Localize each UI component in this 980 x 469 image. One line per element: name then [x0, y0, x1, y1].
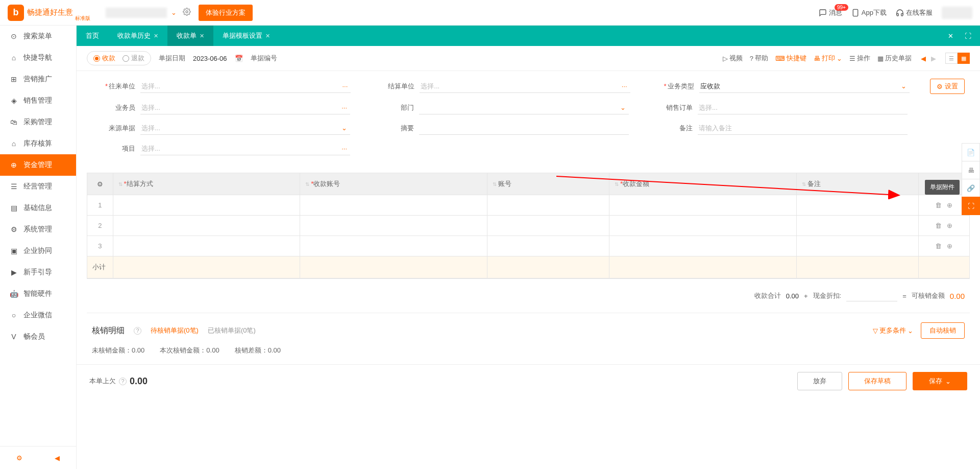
- sidebar-item-system[interactable]: ⚙系统管理: [0, 219, 76, 240]
- dock-expand-icon[interactable]: ⛶: [962, 197, 980, 215]
- tab-receipt-history[interactable]: 收款单历史✕: [108, 26, 167, 46]
- info-icon[interactable]: ?: [134, 327, 141, 335]
- sidebar-item-inventory[interactable]: ⌂库存核算: [0, 133, 76, 154]
- more-icon[interactable]: ···: [339, 145, 349, 152]
- more-icon[interactable]: ···: [340, 82, 350, 90]
- sidebar-item-hardware[interactable]: 🤖智能硬件: [0, 283, 76, 304]
- chevron-down-icon: ⌄: [837, 55, 842, 62]
- project-input[interactable]: [141, 145, 339, 152]
- close-icon[interactable]: ✕: [200, 33, 204, 39]
- chevron-down-icon[interactable]: ⌄: [339, 124, 349, 132]
- sort-icon[interactable]: ⇅: [305, 181, 309, 187]
- help-link[interactable]: ?帮助: [750, 54, 768, 63]
- tab-pending-writeoff[interactable]: 待核销单据(0笔): [151, 326, 199, 335]
- org-settings-icon[interactable]: [183, 8, 191, 17]
- field-summary: 摘要: [371, 122, 629, 135]
- fullscreen-icon[interactable]: ⛶: [961, 29, 975, 43]
- abandon-button[interactable]: 放弃: [797, 372, 842, 390]
- dock-attachment-icon[interactable]: 🔗: [962, 179, 980, 197]
- settle-unit-input[interactable]: [421, 82, 619, 90]
- chevron-down-icon[interactable]: ⌄: [618, 104, 628, 111]
- more-icon[interactable]: ···: [339, 104, 349, 111]
- next-doc-icon[interactable]: ▶: [929, 55, 938, 62]
- sort-icon[interactable]: ⇅: [615, 181, 619, 187]
- shortcut-link[interactable]: ⌨快捷键: [775, 54, 806, 63]
- tab-template[interactable]: 单据模板设置✕: [213, 26, 279, 46]
- org-name-blurred: [106, 8, 167, 18]
- close-all-tabs-icon[interactable]: ✕: [943, 29, 958, 43]
- close-icon[interactable]: ✕: [154, 33, 158, 39]
- form-settings-button[interactable]: ⚙设置: [930, 79, 965, 94]
- sidebar-item-biz[interactable]: ☰经营管理: [0, 176, 76, 197]
- close-icon[interactable]: ✕: [265, 33, 270, 39]
- auto-writeoff-button[interactable]: 自动核销: [921, 322, 965, 339]
- delete-row-icon[interactable]: 🗑: [935, 242, 942, 250]
- sort-icon[interactable]: ⇅: [802, 181, 806, 187]
- salesperson-input[interactable]: [141, 104, 339, 111]
- tab-home[interactable]: 首页: [77, 26, 108, 46]
- sidebar-collapse-icon[interactable]: ◀: [55, 454, 60, 462]
- sidebar-settings-icon[interactable]: ⚙: [16, 454, 22, 462]
- table-settings-icon[interactable]: ⚙: [97, 180, 103, 188]
- sidebar-item-coop[interactable]: ▣企业协同: [0, 240, 76, 262]
- sidebar-item-wechat[interactable]: ○企业微信: [0, 304, 76, 326]
- prev-doc-icon[interactable]: ◀: [919, 55, 928, 62]
- more-icon[interactable]: ···: [620, 82, 629, 90]
- doc-date-value[interactable]: 2023-06-06: [193, 55, 227, 62]
- chevron-down-icon[interactable]: ⌄: [899, 82, 909, 90]
- radio-refund[interactable]: 退款: [122, 54, 144, 63]
- video-link[interactable]: ▷视频: [723, 54, 743, 63]
- org-selector[interactable]: ⌄: [106, 8, 177, 18]
- sidebar-item-purchase[interactable]: 🛍采购管理: [0, 111, 76, 133]
- sidebar-item-fund[interactable]: ⊕资金管理: [0, 154, 76, 176]
- add-row-icon[interactable]: ⊕: [947, 222, 952, 229]
- sidebar-item-nav[interactable]: ⌂快捷导航: [0, 47, 76, 68]
- biz-type-input[interactable]: [700, 82, 899, 90]
- view-card-button[interactable]: ▦: [958, 53, 970, 64]
- delete-row-icon[interactable]: 🗑: [935, 201, 942, 209]
- messages-link[interactable]: 消息 99+: [819, 8, 842, 17]
- field-project: 项目 ···: [92, 142, 350, 155]
- col-header: 收款金额: [623, 180, 649, 187]
- sidebar-item-basic[interactable]: ▤基础信息: [0, 197, 76, 219]
- source-input[interactable]: [141, 124, 339, 132]
- save-button[interactable]: 保存⌄: [913, 372, 967, 390]
- history-link[interactable]: ▦历史单据: [877, 54, 912, 63]
- dock-print-icon[interactable]: 🖶: [962, 161, 980, 179]
- dept-input[interactable]: [420, 104, 618, 111]
- sidebar-item-label: 新手引导: [23, 268, 52, 277]
- app-download-link[interactable]: App下载: [851, 8, 887, 17]
- remark-input[interactable]: [699, 124, 906, 132]
- add-row-icon[interactable]: ⊕: [947, 201, 952, 209]
- sort-icon[interactable]: ⇅: [493, 181, 497, 187]
- support-link[interactable]: 在线客服: [896, 8, 933, 17]
- add-row-icon[interactable]: ⊕: [947, 242, 952, 250]
- trial-button[interactable]: 体验行业方案: [199, 5, 253, 21]
- delete-row-icon[interactable]: 🗑: [935, 222, 942, 229]
- more-conditions-link[interactable]: ▽更多条件⌄: [873, 326, 913, 335]
- save-draft-button[interactable]: 保存草稿: [848, 372, 906, 390]
- view-list-button[interactable]: ☰: [945, 53, 958, 64]
- sidebar-item-search[interactable]: ⊙搜索菜单: [0, 26, 76, 47]
- sidebar-item-marketing[interactable]: ⊞营销推广: [0, 68, 76, 90]
- calendar-icon[interactable]: 📅: [235, 55, 243, 62]
- sale-order-input[interactable]: [699, 104, 906, 111]
- print-link[interactable]: 🖶打印⌄: [814, 54, 842, 63]
- sidebar-item-sales[interactable]: ◈销售管理: [0, 90, 76, 111]
- radio-receive[interactable]: 收款: [93, 54, 115, 63]
- user-avatar[interactable]: [942, 7, 972, 19]
- dock-draft-icon[interactable]: 📄: [962, 143, 980, 161]
- table-row[interactable]: 3🗑⊕: [87, 236, 969, 256]
- table-row[interactable]: 1🗑⊕: [87, 195, 969, 216]
- customer-input[interactable]: [141, 82, 340, 90]
- tab-done-writeoff[interactable]: 已核销单据(0笔): [208, 326, 256, 335]
- info-icon[interactable]: ?: [119, 378, 127, 385]
- tab-receipt[interactable]: 收款单✕: [167, 26, 213, 46]
- cash-discount-input[interactable]: [846, 290, 897, 301]
- summary-input[interactable]: [420, 124, 628, 132]
- table-row[interactable]: 2🗑⊕: [87, 216, 969, 236]
- sidebar-item-guide[interactable]: ▶新手引导: [0, 262, 76, 283]
- operate-link[interactable]: ☰操作: [849, 54, 870, 63]
- sort-icon[interactable]: ⇅: [118, 181, 122, 187]
- sidebar-item-vip[interactable]: V畅会员: [0, 326, 76, 347]
